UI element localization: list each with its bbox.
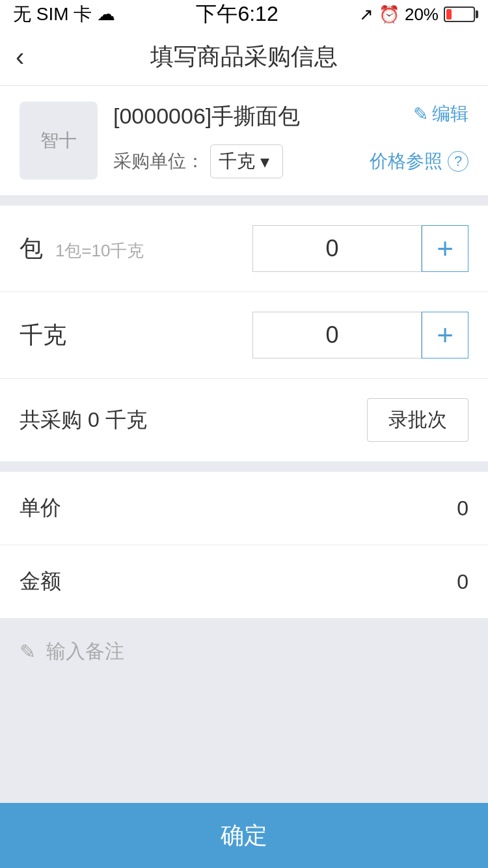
bao-label-group: 包 1包=10千克 <box>20 233 144 265</box>
unit-selector: 采购单位： 千克 ▾ <box>113 144 283 178</box>
battery-icon <box>444 7 475 22</box>
battery-percent: 20% <box>405 5 439 25</box>
bao-label: 包 <box>20 235 43 262</box>
note-section[interactable]: ✎ 输入备注 <box>0 619 488 685</box>
unit-label: 采购单位： <box>113 151 204 171</box>
kg-plus-button[interactable]: + <box>422 312 468 359</box>
divider-1 <box>0 200 488 206</box>
edit-icon: ✎ <box>413 103 428 125</box>
unit-price-value: 0 <box>457 496 468 521</box>
note-input-placeholder: 输入备注 <box>46 638 124 665</box>
amount-row: 金额 0 <box>0 545 488 619</box>
pencil-icon: ✎ <box>20 640 36 663</box>
unit-price-label: 单价 <box>20 494 61 522</box>
page-wrapper: 无 SIM 卡 ☁ 下午6:12 ↗ ⏰ 20% ‹ 填写商品采购信息 智十 [… <box>0 0 488 868</box>
product-name: [0000006]手撕面包 <box>113 102 300 131</box>
bao-input-right: + <box>252 225 468 272</box>
product-logo-text: 智十 <box>40 128 77 153</box>
amount-label: 金额 <box>20 567 61 596</box>
edit-label: 编辑 <box>432 102 468 126</box>
bao-input[interactable] <box>252 225 422 272</box>
product-header: [0000006]手撕面包 ✎ 编辑 <box>113 102 468 131</box>
unit-dropdown[interactable]: 千克 ▾ <box>210 144 283 178</box>
bao-sublabel: 1包=10千克 <box>55 241 144 260</box>
status-right: ↗ ⏰ 20% <box>359 5 475 25</box>
product-card: 智十 [0000006]手撕面包 ✎ 编辑 采购单位： 千克 ▾ <box>0 86 488 200</box>
divider-2 <box>0 467 488 472</box>
unit-value: 千克 <box>219 149 255 174</box>
dropdown-arrow-icon: ▾ <box>260 151 269 172</box>
status-time: 下午6:12 <box>196 0 278 29</box>
location-icon: ↗ <box>359 5 373 25</box>
kg-label-group: 千克 <box>20 319 66 351</box>
edit-button[interactable]: ✎ 编辑 <box>413 102 468 126</box>
kg-input[interactable] <box>252 312 422 359</box>
page-title: 填写商品采购信息 <box>150 41 338 73</box>
product-unit-row: 采购单位： 千克 ▾ 价格参照 ? <box>113 144 468 178</box>
kg-label: 千克 <box>20 321 66 348</box>
summary-row: 共采购 0 千克 录批次 <box>0 379 488 467</box>
batch-button[interactable]: 录批次 <box>367 398 468 442</box>
kg-input-row: 千克 + <box>0 292 488 379</box>
unit-price-row: 单价 0 <box>0 472 488 545</box>
help-icon: ? <box>448 151 468 172</box>
summary-text: 共采购 0 千克 <box>20 406 147 435</box>
no-sim-text: 无 SIM 卡 ☁ <box>13 2 115 27</box>
battery-fill <box>446 9 452 20</box>
price-ref-label: 价格参照 <box>370 149 442 174</box>
bao-plus-button[interactable]: + <box>422 225 468 272</box>
price-section: 单价 0 金额 0 <box>0 472 488 619</box>
price-ref-button[interactable]: 价格参照 ? <box>370 149 468 174</box>
back-button[interactable]: ‹ <box>16 42 24 72</box>
alarm-icon: ⏰ <box>379 5 400 25</box>
amount-value: 0 <box>457 570 468 594</box>
confirm-button[interactable]: 确定 <box>0 803 488 868</box>
bao-input-row: 包 1包=10千克 + <box>0 206 488 292</box>
kg-input-right: + <box>252 312 468 359</box>
status-left: 无 SIM 卡 ☁ <box>13 2 115 27</box>
input-section: 包 1包=10千克 + 千克 + <box>0 206 488 379</box>
product-image: 智十 <box>20 102 98 180</box>
nav-bar: ‹ 填写商品采购信息 <box>0 29 488 86</box>
status-bar: 无 SIM 卡 ☁ 下午6:12 ↗ ⏰ 20% <box>0 0 488 29</box>
product-info: [0000006]手撕面包 ✎ 编辑 采购单位： 千克 ▾ 价格参照 ? <box>113 102 468 178</box>
